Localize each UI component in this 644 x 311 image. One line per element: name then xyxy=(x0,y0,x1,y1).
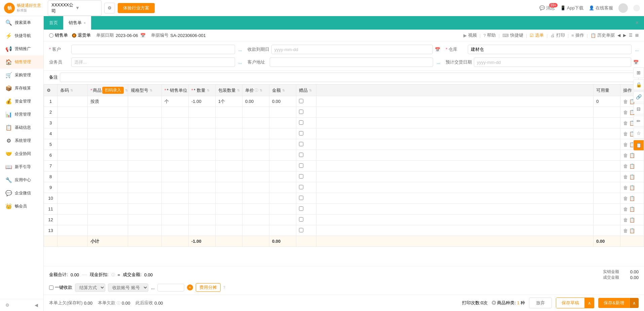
payment-date-input[interactable]: yyyy-mm-dd xyxy=(271,45,433,54)
sidebar-item-marketing[interactable]: 📢 营销推广 xyxy=(0,42,43,55)
abandon-button[interactable]: 放弃 xyxy=(529,298,552,308)
customer-dots[interactable]: ... xyxy=(238,47,242,52)
row-amount[interactable] xyxy=(269,118,296,128)
row-copy-button[interactable]: 📋 xyxy=(629,196,635,201)
row-price[interactable] xyxy=(242,215,269,225)
row-price[interactable]: 0.00 xyxy=(242,96,269,107)
row-price[interactable] xyxy=(242,139,269,150)
scan-button[interactable]: 扫码录入 xyxy=(102,87,124,94)
save-new-dropdown[interactable]: ∧ xyxy=(630,298,639,308)
row-spec[interactable] xyxy=(128,182,162,193)
row-product[interactable] xyxy=(88,161,128,171)
row-qty[interactable] xyxy=(189,128,216,139)
row-barcode[interactable] xyxy=(58,139,88,150)
one-click-pay-input[interactable] xyxy=(49,285,53,290)
radio-return-input[interactable] xyxy=(72,33,76,38)
row-pkg-qty[interactable] xyxy=(216,225,242,236)
owed-info-icon[interactable]: ⓘ xyxy=(117,301,120,306)
row-unit[interactable] xyxy=(162,182,189,193)
row-gift[interactable] xyxy=(296,150,316,161)
row-price[interactable] xyxy=(242,204,269,215)
row-pkg-qty[interactable] xyxy=(216,204,242,215)
row-qty[interactable] xyxy=(189,139,216,150)
row-qty[interactable]: -1.00 xyxy=(189,96,216,107)
save-draft-button[interactable]: 保存草稿 xyxy=(556,298,585,308)
row-qty[interactable] xyxy=(189,150,216,161)
row-copy-button[interactable]: 📋 xyxy=(629,163,635,169)
delivery-date-input[interactable]: yyyy-mm-dd xyxy=(474,57,631,67)
user-avatar[interactable] xyxy=(618,3,628,13)
row-copy-button[interactable]: 📋 xyxy=(629,153,635,158)
row-delete-button[interactable]: 🗑 xyxy=(623,185,628,190)
row-barcode[interactable] xyxy=(58,225,88,236)
settle-method-select[interactable]: 结算方式 xyxy=(75,283,105,292)
view-grid[interactable]: ⊞ xyxy=(635,33,639,38)
float-lock[interactable]: 🔒 xyxy=(633,79,644,90)
nav-prev[interactable]: ◀ xyxy=(617,33,620,38)
row-delete-button[interactable]: 🗑 xyxy=(623,110,628,115)
row-spec[interactable] xyxy=(128,150,162,161)
row-spec[interactable] xyxy=(128,139,162,150)
row-qty[interactable] xyxy=(189,118,216,128)
delivery-date-calendar-icon[interactable]: 📅 xyxy=(633,60,639,65)
sidebar-item-sales[interactable]: 🏠 销售管理 xyxy=(0,55,43,69)
row-pkg-qty[interactable] xyxy=(216,150,242,161)
sidebar-item-quick-nav[interactable]: ⚡ 快捷导航 xyxy=(0,29,43,42)
row-gift[interactable] xyxy=(296,128,316,139)
save-new-button[interactable]: 保存&新增 xyxy=(598,298,630,308)
row-unit[interactable] xyxy=(162,171,189,182)
sidebar-item-appstore[interactable]: 🔧 应用中心 xyxy=(0,173,43,187)
row-gift[interactable] xyxy=(296,96,316,107)
warehouse-dots[interactable]: ... xyxy=(635,47,639,52)
row-unit[interactable] xyxy=(162,215,189,225)
customer-input-wrapper[interactable] xyxy=(71,45,235,54)
row-delete-button[interactable]: 🗑 xyxy=(623,120,628,126)
view-list[interactable]: ☰ xyxy=(629,33,633,38)
action-select[interactable]: ☑ 选单 xyxy=(530,32,544,38)
row-product[interactable] xyxy=(88,182,128,193)
sidebar-item-wechat[interactable]: 💬 企业微信 xyxy=(0,187,43,200)
row-unit[interactable] xyxy=(162,161,189,171)
tab-sales-order[interactable]: 销售单 × xyxy=(63,16,91,30)
row-unit[interactable] xyxy=(162,204,189,215)
row-copy-button[interactable]: 📋 xyxy=(629,217,635,223)
row-gift[interactable] xyxy=(296,204,316,215)
row-qty[interactable] xyxy=(189,193,216,204)
customer-address-input[interactable] xyxy=(270,57,433,67)
row-copy-button[interactable]: 📋 xyxy=(629,206,635,212)
row-gift[interactable] xyxy=(296,161,316,171)
row-qty[interactable] xyxy=(189,171,216,182)
row-amount[interactable] xyxy=(269,128,296,139)
row-unit[interactable] xyxy=(162,225,189,236)
row-barcode[interactable] xyxy=(58,215,88,225)
row-spec[interactable] xyxy=(128,118,162,128)
row-amount[interactable] xyxy=(269,171,296,182)
row-qty[interactable] xyxy=(189,204,216,215)
row-gift[interactable] xyxy=(296,215,316,225)
sidebar-item-purchase[interactable]: 🛒 采购管理 xyxy=(0,69,43,82)
row-delete-button[interactable]: 🗑 xyxy=(623,153,628,158)
row-gift[interactable] xyxy=(296,107,316,118)
row-pkg-qty[interactable] xyxy=(216,182,242,193)
row-product[interactable] xyxy=(88,193,128,204)
trial-button[interactable]: 体验行业方案 xyxy=(118,3,155,13)
row-price[interactable] xyxy=(242,128,269,139)
row-pkg-qty[interactable]: 1个 xyxy=(216,96,242,107)
row-spec[interactable] xyxy=(128,107,162,118)
row-delete-button[interactable]: 🗑 xyxy=(623,99,628,104)
note-input[interactable] xyxy=(60,73,639,82)
row-product[interactable] xyxy=(88,128,128,139)
sidebar-item-member[interactable]: 👑 畅会员 xyxy=(0,200,43,213)
sidebar-collapse-icon[interactable]: ◀ xyxy=(35,303,38,308)
row-product[interactable] xyxy=(88,171,128,182)
sidebar-item-inventory[interactable]: 📦 库存核算 xyxy=(0,82,43,95)
app-download-button[interactable]: 📱 App下载 xyxy=(560,5,583,11)
tab-home[interactable]: 首页 xyxy=(44,16,63,30)
row-spec[interactable] xyxy=(128,171,162,182)
action-video[interactable]: ▶ 视频 xyxy=(463,32,477,38)
row-barcode[interactable] xyxy=(58,128,88,139)
row-product[interactable]: 按质 xyxy=(88,96,128,107)
action-help[interactable]: ? 帮助 xyxy=(483,32,496,38)
row-spec[interactable] xyxy=(128,204,162,215)
float-table-view[interactable]: ⊞ xyxy=(633,67,644,78)
